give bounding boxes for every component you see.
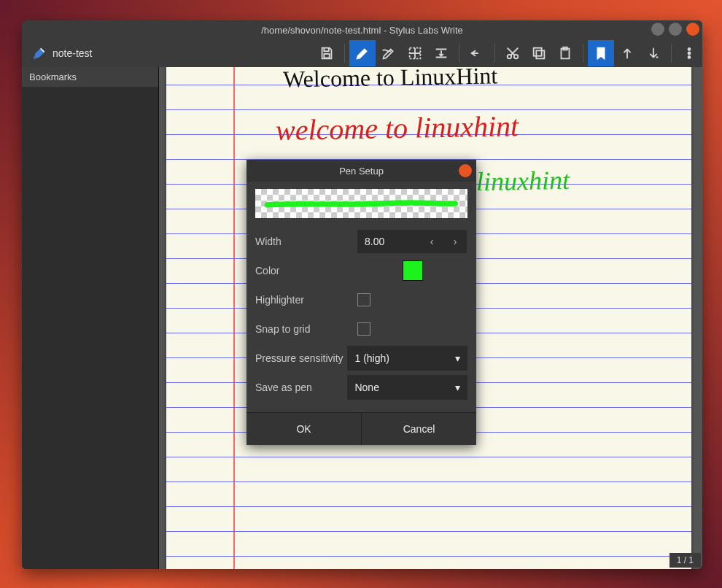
document-tab-icon: [32, 46, 47, 61]
page-indicator[interactable]: 1 / 1: [669, 553, 701, 568]
window-maximize-button[interactable]: [669, 23, 682, 36]
selection-tool-button[interactable]: [402, 40, 428, 66]
next-page-button[interactable]: [640, 40, 667, 66]
saveas-label: Save as pen: [255, 382, 347, 393]
handwriting-line-1: Welcome to LinuxHint: [283, 67, 498, 93]
ok-button[interactable]: OK: [247, 413, 362, 445]
highlighter-label: Highlighter: [255, 294, 357, 306]
copy-button[interactable]: [526, 40, 552, 66]
pen-preview: [255, 189, 467, 218]
svg-rect-0: [324, 54, 329, 58]
stroke-eraser-button[interactable]: [376, 40, 402, 66]
svg-point-8: [688, 48, 691, 50]
window-minimize-button[interactable]: [651, 23, 664, 36]
svg-rect-4: [536, 50, 544, 58]
chevron-down-icon: ▾: [455, 382, 460, 393]
width-value[interactable]: 8.00: [357, 236, 420, 247]
snap-checkbox[interactable]: [357, 322, 370, 336]
color-swatch[interactable]: [403, 260, 423, 281]
overflow-menu-button[interactable]: [676, 40, 702, 66]
prev-page-button[interactable]: [614, 40, 640, 66]
cancel-button[interactable]: Cancel: [362, 413, 476, 445]
paper-margin-line: [233, 67, 235, 569]
cut-button[interactable]: [500, 40, 526, 66]
saveas-combo[interactable]: None ▾: [347, 375, 467, 400]
handwriting-line-3: linuxhint: [476, 165, 570, 197]
width-decrease-button[interactable]: ‹: [420, 236, 443, 247]
svg-rect-5: [534, 48, 542, 56]
pressure-label: Pressure sensitivity: [255, 352, 347, 364]
width-increase-button[interactable]: ›: [443, 236, 467, 247]
main-toolbar: note-test: [22, 39, 702, 67]
window-title: /home/shovon/note-test.html - Stylus Lab…: [261, 25, 463, 36]
save-button[interactable]: [314, 40, 340, 66]
window-controls: [651, 23, 699, 36]
dialog-titlebar[interactable]: Pen Setup: [247, 160, 476, 182]
document-tab-label: note-test: [53, 47, 92, 59]
dialog-close-button[interactable]: [459, 164, 472, 177]
document-tab[interactable]: note-test: [22, 39, 102, 67]
dialog-title: Pen Setup: [339, 166, 384, 177]
svg-point-10: [688, 56, 691, 58]
pen-tool-button[interactable]: [349, 40, 376, 66]
paste-button[interactable]: [552, 40, 578, 66]
insert-space-button[interactable]: [428, 40, 454, 66]
snap-label: Snap to grid: [255, 323, 357, 335]
pressure-combo[interactable]: 1 (high) ▾: [347, 346, 467, 371]
undo-button[interactable]: [464, 40, 490, 66]
pressure-value: 1 (high): [354, 352, 389, 364]
color-label: Color: [255, 265, 357, 276]
width-label: Width: [255, 236, 357, 247]
handwriting-line-2: welcome to linuxhint: [276, 109, 519, 147]
window-close-button[interactable]: [686, 23, 699, 36]
saveas-value: None: [354, 382, 379, 393]
bookmarks-sidebar: Bookmarks: [22, 67, 159, 569]
svg-point-9: [688, 53, 691, 55]
pen-setup-dialog: Pen Setup Width 8.00 ‹ › Color Highlight…: [247, 160, 476, 445]
sidebar-header: Bookmarks: [22, 67, 158, 87]
bookmark-button[interactable]: [588, 40, 614, 66]
window-titlebar[interactable]: /home/shovon/note-test.html - Stylus Lab…: [22, 20, 702, 39]
width-spinner[interactable]: 8.00 ‹ ›: [357, 230, 467, 253]
highlighter-checkbox[interactable]: [357, 293, 370, 306]
chevron-down-icon: ▾: [455, 352, 460, 364]
